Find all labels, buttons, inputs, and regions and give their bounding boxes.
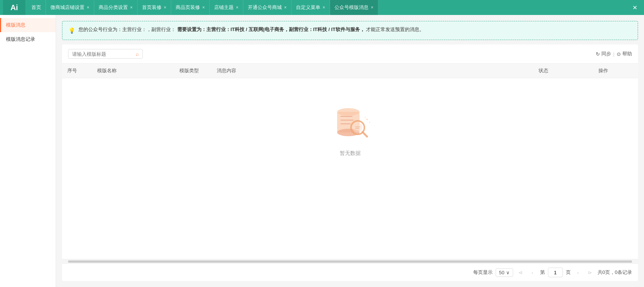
bulb-icon: 💡 (68, 26, 76, 35)
nav-tab-category-label: 商品分类设置 (99, 4, 128, 11)
nav-tab-product-page[interactable]: 商品页装修 × (171, 0, 210, 15)
notice-highlight: 需要设置为：主营行业：IT科技 / 互联网|电子商务，副营行业：IT科技 / I… (177, 27, 365, 32)
page-size-value: 50 (499, 270, 504, 275)
help-icon: ⊙ (617, 51, 621, 57)
nav-tab-template-msg-label: 公众号模版消息 (335, 4, 369, 11)
app-logo: Ai (3, 0, 25, 15)
data-table: 序号 模版名称 模版类型 消息内容 状态 操作 (62, 64, 638, 78)
col-header-index: 序号 (62, 64, 92, 78)
sidebar-item-template-msg-label: 模版消息 (6, 22, 25, 28)
svg-point-12 (369, 122, 370, 123)
page-size-select[interactable]: 50 ∨ (496, 268, 513, 277)
horizontal-scrollbar[interactable] (62, 259, 638, 263)
nav-tab-shop-settings-label: 微商城店铺设置 (50, 4, 84, 11)
svg-point-13 (364, 117, 366, 118)
top-navigation: Ai 首页 微商城店铺设置 × 商品分类设置 × 首页装修 × 商品页装修 × … (0, 0, 644, 15)
search-wrap: ⌕ (68, 49, 143, 59)
nav-tab-home-label: 首页 (31, 4, 41, 11)
prev-page-button[interactable]: ‹ (528, 268, 537, 277)
nav-tab-theme-close[interactable]: × (236, 5, 238, 10)
nav-tab-theme-label: 店铺主题 (214, 4, 234, 11)
nav-tab-mp-mall-close[interactable]: × (284, 5, 287, 10)
search-input[interactable] (72, 51, 133, 57)
sync-icon: ↻ (596, 51, 600, 57)
nav-tab-custom-menu[interactable]: 自定义菜单 × (292, 0, 330, 15)
pagination: 每页显示 50 ∨ ⊲ ‹ 第 页 › ⊳ 共0页，0条记录 (62, 263, 638, 281)
svg-line-8 (363, 132, 367, 137)
svg-point-11 (366, 119, 368, 120)
col-header-status: 状态 (533, 64, 593, 78)
last-page-button[interactable]: ⊳ (586, 268, 595, 277)
nav-tab-product-page-label: 商品页装修 (176, 4, 200, 11)
sidebar-item-template-msg[interactable]: 模版消息 (0, 18, 56, 32)
scroll-track[interactable] (68, 260, 632, 263)
empty-text: 暂无数据 (340, 150, 361, 157)
nav-tab-mp-mall-label: 开通公众号商城 (248, 4, 282, 11)
table-header-row: 序号 模版名称 模版类型 消息内容 状态 操作 (62, 64, 638, 78)
toolbar: ⌕ ↻ 同步 | ⊙ 帮助 (62, 45, 638, 64)
col-header-name: 模版名称 (92, 64, 174, 78)
page-size-label: 每页显示 (473, 269, 493, 276)
col-header-content: 消息内容 (212, 64, 533, 78)
content-card: ⌕ ↻ 同步 | ⊙ 帮助 (62, 45, 638, 281)
nav-tab-template-msg-close[interactable]: × (371, 5, 373, 10)
nav-tab-shop-settings-close[interactable]: × (87, 5, 89, 10)
col-header-type: 模版类型 (174, 64, 212, 78)
nav-tab-category[interactable]: 商品分类设置 × (94, 0, 138, 15)
svg-point-7 (353, 123, 363, 132)
notice-text: 您的公众号行业为：主营行业：，副营行业： 需要设置为：主营行业：IT科技 / 互… (78, 26, 424, 34)
nav-tab-homepage[interactable]: 首页装修 × (138, 0, 171, 15)
help-button[interactable]: ⊙ 帮助 (617, 51, 632, 57)
page-label-post: 页 (566, 269, 571, 276)
nav-tab-custom-menu-close[interactable]: × (323, 5, 325, 10)
main-layout: 模版消息 模版消息记录 💡 您的公众号行业为：主营行业：，副营行业： 需要设置为… (0, 15, 644, 287)
sync-label: 同步 (601, 51, 611, 57)
col-header-action: 操作 (593, 64, 638, 78)
toolbar-right: ↻ 同步 | ⊙ 帮助 (596, 51, 632, 57)
chevron-down-icon: ∨ (506, 270, 510, 275)
nav-tab-homepage-label: 首页装修 (142, 4, 161, 11)
empty-illustration (328, 101, 373, 146)
sidebar-item-template-msg-record[interactable]: 模版消息记录 (0, 32, 56, 46)
next-page-button[interactable]: › (574, 268, 583, 277)
first-page-button[interactable]: ⊲ (516, 268, 525, 277)
help-label: 帮助 (622, 51, 632, 57)
notice-suffix: 才能正常发送预置的消息。 (366, 27, 424, 32)
nav-tab-shop-settings[interactable]: 微商城店铺设置 × (46, 0, 94, 15)
search-icon[interactable]: ⌕ (136, 51, 139, 57)
nav-tab-custom-menu-label: 自定义菜单 (296, 4, 320, 11)
toolbar-divider: | (613, 51, 614, 57)
current-page-input[interactable] (548, 268, 563, 277)
nav-tab-theme[interactable]: 店铺主题 × (210, 0, 243, 15)
page-label-pre: 第 (540, 269, 545, 276)
nav-tab-mp-mall[interactable]: 开通公众号商城 × (243, 0, 292, 15)
main-content: 💡 您的公众号行业为：主营行业：，副营行业： 需要设置为：主营行业：IT科技 /… (56, 15, 644, 287)
nav-tab-home[interactable]: 首页 (27, 0, 46, 15)
nav-tab-category-close[interactable]: × (130, 5, 133, 10)
total-text: 共0页，0条记录 (598, 269, 632, 276)
notice-prefix: 您的公众号行业为：主营行业：，副营行业： (78, 27, 176, 32)
table-wrap: 序号 模版名称 模版类型 消息内容 状态 操作 (62, 64, 638, 259)
notice-banner: 💡 您的公众号行业为：主营行业：，副营行业： 需要设置为：主营行业：IT科技 /… (62, 21, 638, 40)
nav-tab-template-msg[interactable]: 公众号模版消息 × (330, 0, 378, 15)
sidebar-item-template-msg-record-label: 模版消息记录 (6, 36, 35, 42)
sidebar: 模版消息 模版消息记录 (0, 15, 56, 287)
empty-state: 暂无数据 (62, 78, 638, 172)
sync-button[interactable]: ↻ 同步 (596, 51, 611, 57)
nav-tab-homepage-close[interactable]: × (164, 5, 166, 10)
close-all-tabs-button[interactable]: ✕ (629, 4, 641, 11)
nav-tab-product-page-close[interactable]: × (202, 5, 205, 10)
